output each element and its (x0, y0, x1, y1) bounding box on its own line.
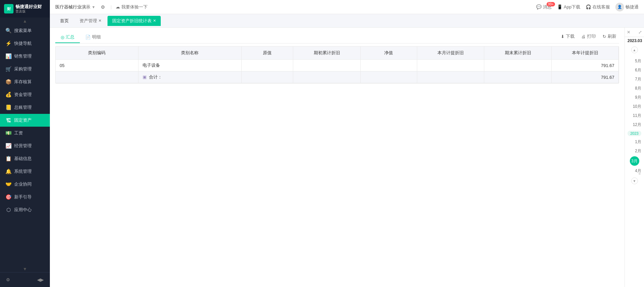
sidebar-footer: ⚙ ◀▶ (0, 272, 50, 287)
tab-depreciation-report[interactable]: 固定资产折旧统计表 ✕ (108, 16, 161, 26)
experience-btn[interactable]: ☁ 我要体验一下 (116, 4, 148, 10)
tab-asset-manage-label: 资产管理 (80, 18, 97, 24)
month-item-2023-4[interactable]: 4月 (625, 166, 644, 176)
logo-text: 畅捷通好业财 (16, 4, 42, 9)
depreciation-table: 类别编码 类别名称 原值 期初累计折旧 净值 本月计提折旧 期末累计折旧 本年计… (55, 46, 619, 84)
sub-tabs: ◎ 汇总 📄 明细 (55, 32, 106, 43)
date-scroll-up[interactable]: ▲ (631, 46, 638, 53)
sidebar-item-enterprise[interactable]: 🤝 企业协同 (0, 178, 50, 191)
sidebar-item-app-center[interactable]: ⬡ 应用中心 (0, 203, 50, 216)
avatar: 👤 (615, 3, 624, 11)
month-item-2023-2[interactable]: 2月 (625, 147, 644, 156)
topbar-settings-icon[interactable]: ⚙ (99, 3, 106, 11)
month-item-9[interactable]: 9月 (625, 93, 644, 102)
customer-service-btn[interactable]: 🎧 在线客服 (586, 4, 610, 10)
month-item-11[interactable]: 11月 (625, 111, 644, 120)
month-item-6[interactable]: 6月 (625, 66, 644, 75)
sub-tab-summary[interactable]: ◎ 汇总 (55, 32, 80, 43)
company-dropdown-icon: ▼ (92, 5, 95, 9)
fixed-assets-icon: 🏗 (5, 118, 11, 123)
col-net-value: 净值 (360, 46, 417, 60)
tab-home[interactable]: 首页 (55, 16, 73, 26)
summary-annual-dep: 791.67 (551, 71, 618, 83)
date-scroll-down[interactable]: ▼ (631, 178, 638, 184)
sidebar-item-salary[interactable]: 💵 工资 (0, 127, 50, 139)
date-list: ▲ 5月 6月 7月 8月 9月 (625, 44, 644, 287)
sidebar-item-operation[interactable]: 📈 经营管理 (0, 139, 50, 152)
detail-tab-icon: 📄 (85, 35, 91, 40)
date-panel-close-btn[interactable]: ✕ (627, 30, 631, 35)
message-badge: 99+ (547, 2, 555, 6)
month-item-12[interactable]: 12月 (625, 120, 644, 129)
purchase-icon: 🛒 (5, 66, 11, 72)
tab-home-label: 首页 (60, 18, 69, 24)
date-panel-expand-btn[interactable]: ⤢ (638, 30, 642, 35)
system-icon: 🔔 (5, 168, 11, 174)
sidebar-item-sales[interactable]: 📊 销售管理 (0, 50, 50, 63)
cell-code: 05 (56, 60, 138, 71)
summary-tab-label: 汇总 (66, 34, 74, 40)
month-item-2023-3-active[interactable]: 3月 (630, 156, 639, 166)
app-download-btn[interactable]: 📱 App下载 (557, 4, 580, 10)
col-period-end-depreciation: 期末累计折旧 (484, 46, 551, 60)
col-code: 类别编码 (56, 46, 138, 60)
sidebar-item-basic-info[interactable]: 📋 基础信息 (0, 152, 50, 165)
print-btn[interactable]: 🖨 打印 (579, 32, 599, 41)
dot-indicator (639, 173, 641, 175)
company-selector[interactable]: 医疗器械行业演示 ▼ (55, 4, 95, 10)
experience-icon: ☁ (116, 4, 120, 9)
enterprise-icon: 🤝 (5, 181, 11, 187)
sidebar-item-search[interactable]: 🔍 搜索菜单 (0, 24, 50, 37)
toolbar: ⬇ 下载 🖨 打印 ↻ 刷新 (558, 32, 619, 43)
salary-icon: 💵 (5, 130, 11, 136)
fund-icon: 💰 (5, 92, 11, 98)
sidebar-item-fixed-assets[interactable]: 🏗 固定资产 (0, 114, 50, 127)
user-area[interactable]: 👤 畅捷通 (615, 3, 639, 11)
content-area: ◎ 汇总 📄 明细 ⬇ 下载 🖨 打印 (50, 28, 644, 287)
tab-asset-manage-close[interactable]: ✕ (98, 19, 101, 23)
download-btn[interactable]: ⬇ 下载 (558, 32, 577, 41)
sidebar-item-ledger[interactable]: 📒 总账管理 (0, 101, 50, 114)
sidebar: 财 畅捷通好业财 普及版 ▲ 🔍 搜索菜单 ⚡ 快捷导航 📊 销售管理 🛒 采购… (0, 0, 50, 287)
sidebar-item-purchase[interactable]: 🛒 采购管理 (0, 63, 50, 75)
logo-sub: 普及版 (16, 9, 42, 13)
month-item-8[interactable]: 8月 (625, 84, 644, 93)
cell-annual-dep: 791.67 (551, 60, 618, 71)
refresh-label: 刷新 (608, 33, 616, 39)
tab-depreciation-label: 固定资产折旧统计表 (112, 18, 152, 24)
tab-depreciation-close[interactable]: ✕ (153, 19, 156, 23)
detail-tab-label: 明细 (92, 34, 101, 40)
month-item-5[interactable]: 5月 (625, 57, 644, 66)
summary-row: ▣ 合计： 791.67 (56, 71, 619, 83)
operation-icon: 📈 (5, 143, 11, 149)
settings-footer-btn[interactable]: ⚙ (5, 276, 11, 284)
sidebar-item-inventory[interactable]: 📦 库存核算 (0, 75, 50, 88)
sidebar-scroll-up[interactable]: ▲ (22, 18, 28, 24)
col-initial-depreciation: 期初累计折旧 (293, 46, 360, 60)
ledger-icon: 📒 (5, 104, 11, 110)
tab-asset-manage[interactable]: 资产管理 ✕ (75, 16, 106, 26)
month-item-10[interactable]: 10月 (625, 102, 644, 111)
sidebar-item-fund[interactable]: 💰 资金管理 (0, 88, 50, 101)
cell-period-end-dep (484, 60, 551, 71)
cell-name: 电子设备 (138, 60, 242, 71)
month-item-2023-1[interactable]: 1月 (625, 137, 644, 147)
collapse-sidebar-btn[interactable]: ◀▶ (36, 276, 45, 284)
col-annual-depreciation: 本年计提折旧 (551, 46, 618, 60)
sidebar-item-system[interactable]: 🔔 系统管理 (0, 165, 50, 178)
date-panel: ✕ ⤢ 2023.03 ▲ 5月 6月 7月 (624, 28, 644, 287)
sidebar-scroll-down[interactable]: ▼ (22, 266, 28, 272)
sidebar-nav: 🔍 搜索菜单 ⚡ 快捷导航 📊 销售管理 🛒 采购管理 📦 库存核算 💰 资金管… (0, 24, 50, 265)
mobile-icon: 📱 (557, 4, 562, 9)
date-panel-header: ✕ ⤢ (625, 28, 644, 37)
cell-initial-dep (293, 60, 360, 71)
search-icon: 🔍 (5, 28, 11, 34)
sidebar-item-quick-nav[interactable]: ⚡ 快捷导航 (0, 37, 50, 50)
sub-tab-detail[interactable]: 📄 明细 (80, 32, 106, 43)
sidebar-item-guide[interactable]: 🎯 新手引导 (0, 191, 50, 203)
cell-monthly-dep (417, 60, 484, 71)
refresh-btn[interactable]: ↻ 刷新 (600, 32, 619, 41)
topbar: 医疗器械行业演示 ▼ ⚙ | ☁ 我要体验一下 💬 消息 99+ 📱 App下载… (50, 0, 644, 14)
message-btn[interactable]: 💬 消息 99+ (536, 4, 552, 10)
month-item-7[interactable]: 7月 (625, 75, 644, 84)
